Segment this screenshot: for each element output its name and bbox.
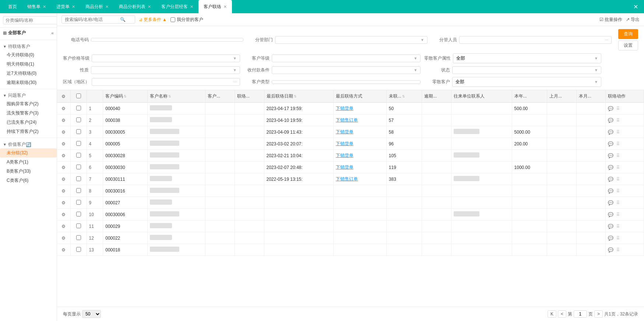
status-select[interactable]: ▼ xyxy=(452,66,601,74)
more-actions-icon[interactable]: ⠿ xyxy=(616,106,620,111)
sidebar-item-declining[interactable]: 持续下滑客户(2) xyxy=(0,127,57,136)
first-page-button[interactable]: K xyxy=(548,310,556,318)
message-icon[interactable]: 💬 xyxy=(608,236,613,241)
message-icon[interactable]: 💬 xyxy=(608,212,613,217)
last-contact-date-column-header[interactable]: 最后联络日期⇅ xyxy=(264,90,333,103)
settings-cell[interactable]: ⚙ xyxy=(57,150,70,162)
more-actions-icon[interactable]: ⠿ xyxy=(616,153,620,158)
last-contact-method-cell[interactable]: 下销售订单 xyxy=(333,114,386,126)
sidebar-item-ungrouped[interactable]: 未分组(32) xyxy=(0,148,57,158)
tab-customer-contact[interactable]: 客户联络 ✕ xyxy=(198,0,232,13)
tab-home[interactable]: 首页 xyxy=(3,0,22,13)
retail-attr-select[interactable]: 全部 ▼ xyxy=(453,53,601,63)
phone-input[interactable] xyxy=(91,38,243,42)
row-checkbox[interactable] xyxy=(76,223,81,228)
page-size-dropdown[interactable]: 50 20 100 xyxy=(82,310,101,318)
row-checkbox[interactable] xyxy=(76,176,81,181)
more-actions-icon[interactable]: ⠿ xyxy=(616,247,620,253)
row-checkbox[interactable] xyxy=(76,153,81,158)
manager-input[interactable]: ··· xyxy=(459,36,612,44)
customer-level-select[interactable]: ▼ xyxy=(272,54,421,62)
message-icon[interactable]: 💬 xyxy=(608,118,613,123)
dept-select[interactable]: ▼ xyxy=(275,36,427,44)
reset-button[interactable]: 设置 xyxy=(618,40,638,50)
more-actions-icon[interactable]: ⠿ xyxy=(616,212,620,217)
settings-cell[interactable]: ⚙ xyxy=(57,197,70,209)
row-checkbox[interactable] xyxy=(76,188,81,193)
prev-page-button[interactable]: < xyxy=(558,310,566,318)
message-icon[interactable]: 💬 xyxy=(608,106,613,111)
my-customers-checkbox[interactable] xyxy=(170,17,175,22)
my-customers-checkbox-label[interactable]: 我分管的客户 xyxy=(170,17,203,23)
name-column-header[interactable]: 客户名称⇅ xyxy=(147,90,205,103)
message-icon[interactable]: 💬 xyxy=(608,247,613,253)
settings-cell[interactable]: ⚙ xyxy=(57,126,70,138)
next-page-button[interactable]: > xyxy=(594,310,603,318)
close-purchase-icon[interactable]: ✕ xyxy=(72,4,75,9)
problem-customers-group[interactable]: ▼ 问题客户 xyxy=(0,91,57,99)
code-column-header[interactable]: 客户编码⇅ xyxy=(103,90,147,103)
message-icon[interactable]: 💬 xyxy=(608,188,613,194)
pending-contact-group[interactable]: ▼ 待联络客户 xyxy=(0,42,57,50)
more-actions-icon[interactable]: ⠿ xyxy=(616,224,620,229)
settings-cell[interactable]: ⚙ xyxy=(57,173,70,185)
row-checkbox[interactable] xyxy=(76,129,81,134)
overdue-column-header[interactable]: 逾期... xyxy=(422,90,451,103)
row-checkbox[interactable] xyxy=(76,235,81,240)
sidebar-item-churn-warning[interactable]: 流失预警客户(3) xyxy=(0,109,57,118)
contact-column-header[interactable]: 联络... xyxy=(235,90,264,103)
sidebar-item-class-a[interactable]: A类客户(1) xyxy=(0,158,57,167)
message-icon[interactable]: 💬 xyxy=(608,224,613,229)
row-checkbox[interactable] xyxy=(76,212,81,216)
all-customers-header[interactable]: ⊞ 全部客户 « xyxy=(0,28,57,38)
row-checkbox[interactable] xyxy=(76,117,81,122)
more-actions-icon[interactable]: ⠿ xyxy=(616,188,620,194)
sidebar-item-class-c[interactable]: C类客户(6) xyxy=(0,176,57,185)
more-actions-icon[interactable]: ⠿ xyxy=(616,118,620,123)
sidebar-item-abnormal[interactable]: 囤购异常客户(2) xyxy=(0,99,57,109)
value-customers-group[interactable]: ▼ 价值客户 🔄 xyxy=(0,140,57,148)
page-number-input[interactable] xyxy=(574,310,587,318)
more-actions-icon[interactable]: ⠿ xyxy=(616,177,620,182)
not-contact-column-header[interactable]: 未联...⇅ xyxy=(386,90,422,103)
close-sales-icon[interactable]: ✕ xyxy=(43,4,46,9)
sidebar-search-input[interactable] xyxy=(3,16,57,24)
window-close-button[interactable]: ✕ xyxy=(630,3,641,10)
message-icon[interactable]: 💬 xyxy=(608,153,613,158)
settings-column-header[interactable]: ⚙ xyxy=(57,90,70,103)
more-actions-icon[interactable]: ⠿ xyxy=(616,165,620,170)
sidebar-item-overdue[interactable]: 逾期未联络(30) xyxy=(0,78,57,87)
row-checkbox[interactable] xyxy=(76,247,81,252)
search-input[interactable] xyxy=(65,17,120,22)
sidebar-item-class-b[interactable]: B类客户(33) xyxy=(0,167,57,176)
payment-select[interactable]: ▼ xyxy=(272,66,421,74)
settings-cell[interactable]: ⚙ xyxy=(57,103,70,114)
sidebar-item-tomorrow[interactable]: 明天待联络(1) xyxy=(0,60,57,69)
tab-purchase[interactable]: 进货单 ✕ xyxy=(51,0,80,13)
sidebar-item-churned[interactable]: 已流失客户(24) xyxy=(0,118,57,127)
row-checkbox[interactable] xyxy=(76,200,81,205)
last-contact-method-cell[interactable]: 下销货单 xyxy=(333,150,386,162)
this-month-column-header[interactable]: 本月... xyxy=(576,90,606,103)
settings-cell[interactable]: ⚙ xyxy=(57,138,70,150)
sidebar-item-7days[interactable]: 近7天待联络(0) xyxy=(0,69,57,78)
tab-customer-segments[interactable]: 客户分层经客 ✕ xyxy=(156,0,198,13)
row-checkbox[interactable] xyxy=(76,106,81,110)
region-select[interactable]: ··· xyxy=(92,78,240,86)
settings-cell[interactable]: ⚙ xyxy=(57,232,70,244)
message-icon[interactable]: 💬 xyxy=(608,130,613,135)
settings-cell[interactable]: ⚙ xyxy=(57,185,70,197)
message-icon[interactable]: 💬 xyxy=(608,165,613,170)
nature-select[interactable]: ▼ xyxy=(91,66,240,74)
tab-product-analysis-list[interactable]: 商品分析列表 ✕ xyxy=(114,0,156,13)
query-button[interactable]: 查询 xyxy=(618,29,638,39)
last-contact-method-cell[interactable]: 下销货单 xyxy=(333,138,386,150)
settings-cell[interactable]: ⚙ xyxy=(57,162,70,173)
sidebar-item-today[interactable]: 今天待联络(0) xyxy=(0,50,57,60)
settings-cell[interactable]: ⚙ xyxy=(57,221,70,232)
row-checkbox[interactable] xyxy=(76,141,81,146)
retail-select[interactable]: 全部 ▼ xyxy=(452,77,601,87)
more-conditions-button[interactable]: ⊿ 更多条件 ▲ xyxy=(139,17,167,23)
last-month-column-header[interactable]: 上月... xyxy=(547,90,577,103)
close-customer-segments-icon[interactable]: ✕ xyxy=(190,4,193,9)
